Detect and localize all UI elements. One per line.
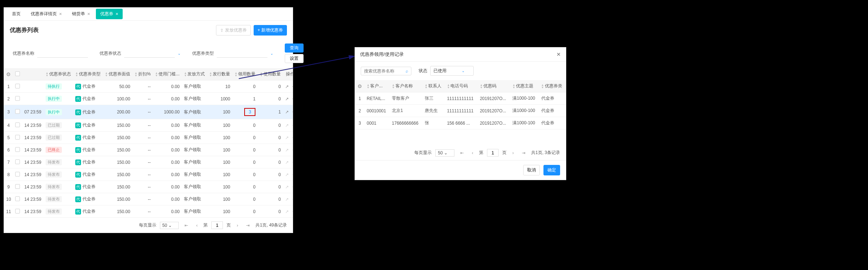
close-icon[interactable]: ✕ <box>87 12 90 16</box>
qr-icon[interactable]: ⁘ <box>292 197 293 202</box>
row-checkbox[interactable] <box>15 84 20 88</box>
voucher-badge-icon: 代 <box>75 159 81 165</box>
table-row[interactable]: 8 14 23:59 待发布 代代金券 150.00 -- 0.00 客户领取 … <box>4 169 293 181</box>
table-row[interactable]: 1 RETAIL... 零散客户 张三 11111111111 20191207… <box>355 92 566 105</box>
row-checkbox[interactable] <box>15 147 20 152</box>
search-icon[interactable]: ⌕ <box>406 68 408 74</box>
add-coupon-button[interactable]: + 新增优惠券 <box>254 25 287 36</box>
distribute-coupon-button[interactable]: ⇪ 发放优惠券 <box>216 25 251 36</box>
filter-name-label: 优惠券名称 <box>13 50 34 57</box>
last-page-button[interactable]: ⇥ <box>520 150 528 156</box>
link-icon[interactable]: ↗ <box>285 148 289 153</box>
status-badge: 已终止 <box>46 147 62 153</box>
next-page-button[interactable]: › <box>510 150 516 156</box>
qr-icon[interactable]: ⁘ <box>292 172 293 177</box>
page-input[interactable] <box>487 149 499 157</box>
link-icon[interactable]: ↗ <box>285 160 289 165</box>
voucher-badge-icon: 代 <box>75 196 81 202</box>
gear-icon[interactable]: ⚙ <box>6 71 11 77</box>
chevron-down-icon: ⌄ <box>270 51 273 55</box>
search-button[interactable]: 查询 <box>285 43 304 53</box>
table-row[interactable]: 11 14 23:59 待发布 代代金券 150.00 -- 0.00 客户领取… <box>4 205 293 218</box>
cancel-button[interactable]: 取消 <box>523 165 540 175</box>
qr-icon[interactable]: ⁘ <box>292 160 293 165</box>
tab[interactable]: 首页 <box>8 9 25 19</box>
first-page-button[interactable]: ⇤ <box>458 150 466 156</box>
row-checkbox[interactable] <box>15 109 20 114</box>
usage-table: ⚙ ▲▼客户... ▲▼客户名称 ▲▼联系人 ▲▼电话号码 ▲▼优惠码 ▲▼优惠… <box>355 80 566 129</box>
close-icon[interactable]: ✕ <box>115 12 118 16</box>
table-row[interactable]: 7 14 23:59 待发布 代代金券 150.00 -- 0.00 客户领取 … <box>4 156 293 169</box>
confirm-button[interactable]: 确定 <box>543 165 560 175</box>
table-row[interactable]: 6 14 23:59 已终止 代代金券 150.00 -- 0.00 客户领取 … <box>4 144 293 156</box>
table-row[interactable]: 4 14 23:59 已过期 代代金券 150.00 -- 0.00 客户领取 … <box>4 119 293 132</box>
toolbar: 优惠券列表 ⇪ 发放优惠券 + 新增优惠券 <box>4 21 293 40</box>
qr-icon[interactable]: ⁘ <box>292 184 293 190</box>
status-badge: 待发布 <box>46 184 62 190</box>
link-icon[interactable]: ↗ <box>285 184 289 190</box>
filter-bar: 优惠券名称 优惠券状态 ⌄ 优惠券类型 ⌄ 查询 设置 <box>4 40 293 68</box>
first-page-button[interactable]: ⇤ <box>182 222 190 229</box>
filter-type-select[interactable] <box>217 49 267 58</box>
per-page-select[interactable]: 50 ⌄ <box>435 149 454 157</box>
table-row[interactable]: 9 14 23:59 待发布 代代金券 150.00 -- 0.00 客户领取 … <box>4 181 293 193</box>
filter-name-input[interactable] <box>37 49 88 58</box>
qr-icon[interactable]: ⁘ <box>292 148 293 153</box>
status-badge: 待执行 <box>46 83 62 90</box>
table-row[interactable]: 3 0001 17666666666 张 156 6666 ... 201912… <box>355 117 566 129</box>
search-input[interactable] <box>364 68 403 74</box>
last-page-button[interactable]: ⇥ <box>244 222 252 229</box>
tab-bar: 首页优惠券详情页✕销货单✕优惠券✕ <box>4 8 293 21</box>
table-row[interactable]: 1 待执行 代代金券 50.00 -- 0.00 客户领取 10 0 0 ↗⁘ <box>4 80 293 93</box>
close-icon[interactable]: ✕ <box>556 51 561 57</box>
state-label: 状态 <box>419 68 427 74</box>
row-checkbox[interactable] <box>15 172 20 176</box>
qr-icon[interactable]: ⁘ <box>292 209 293 214</box>
row-checkbox[interactable] <box>15 96 20 101</box>
tab[interactable]: 优惠券✕ <box>96 9 123 19</box>
tab[interactable]: 销货单✕ <box>68 9 94 19</box>
link-icon[interactable]: ↗ <box>285 96 289 101</box>
row-checkbox[interactable] <box>15 184 20 189</box>
table-row[interactable]: 5 14 23:59 已过期 代代金券 150.00 -- 0.00 客户领取 … <box>4 132 293 144</box>
select-all-checkbox[interactable] <box>15 71 20 76</box>
qr-icon[interactable]: ⁘ <box>292 96 293 101</box>
link-icon[interactable]: ↗ <box>285 84 289 89</box>
link-icon[interactable]: ↗ <box>285 123 289 128</box>
dialog-search[interactable]: ⌕ <box>361 67 411 75</box>
tab[interactable]: 优惠券详情页✕ <box>26 9 66 19</box>
filter-status-select[interactable] <box>124 49 175 58</box>
link-icon[interactable]: ↗ <box>285 209 289 214</box>
table-row[interactable]: 3 07 23:59 执行中 代代金券 200.00 -- 1000.00 客户… <box>4 105 293 119</box>
close-icon[interactable]: ✕ <box>59 12 62 16</box>
prev-page-button[interactable]: ‹ <box>470 150 475 156</box>
row-checkbox[interactable] <box>15 135 20 140</box>
row-checkbox[interactable] <box>15 122 20 127</box>
gear-icon[interactable]: ⚙ <box>357 83 362 89</box>
row-checkbox[interactable] <box>15 209 20 213</box>
link-icon[interactable]: ↗ <box>285 109 289 115</box>
usage-dialog: 优惠券领用/使用记录 ✕ ⌕ 状态 已使用 ⌄ ⚙ ▲▼客户... ▲▼客户名称… <box>355 47 566 180</box>
page-title: 优惠券列表 <box>10 26 39 34</box>
claim-count-link[interactable]: 3 <box>244 108 255 116</box>
next-page-button[interactable]: › <box>234 222 240 229</box>
link-icon[interactable]: ↗ <box>285 172 289 177</box>
link-icon[interactable]: ↗ <box>285 197 289 202</box>
link-icon[interactable]: ↗ <box>285 135 289 140</box>
table-row[interactable]: 10 14 23:59 待发布 代代金券 150.00 -- 0.00 客户领取… <box>4 193 293 205</box>
qr-icon[interactable]: ⁘ <box>292 135 293 140</box>
state-select[interactable]: 已使用 ⌄ <box>430 66 474 76</box>
qr-icon[interactable]: ⁘ <box>292 123 293 128</box>
table-row[interactable]: 2 执行中 代代金券 100.00 -- 0.00 客户领取 1000 1 0 … <box>4 93 293 105</box>
row-checkbox[interactable] <box>15 159 20 164</box>
row-checkbox[interactable] <box>15 196 20 201</box>
settings-button[interactable]: 设置 <box>285 54 304 63</box>
qr-icon[interactable]: ⁘ <box>292 109 293 115</box>
status-badge: 执行中 <box>46 109 62 115</box>
qr-icon[interactable]: ⁘ <box>292 84 293 89</box>
prev-page-button[interactable]: ‹ <box>194 222 200 229</box>
per-page-select[interactable]: 50 ⌄ <box>160 222 179 229</box>
table-row[interactable]: 2 00010001 北京1 唐先生 11111111111 20191207O… <box>355 105 566 117</box>
page-input[interactable] <box>211 221 223 229</box>
voucher-badge-icon: 代 <box>75 209 81 215</box>
